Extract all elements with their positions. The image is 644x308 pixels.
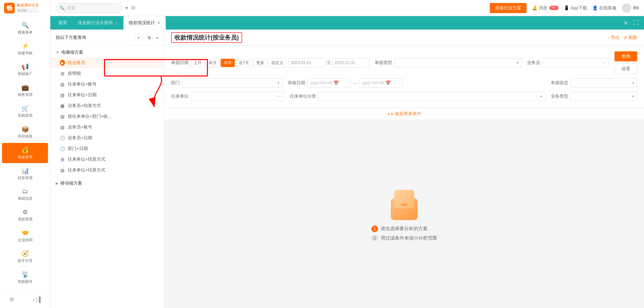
menu-item-label: 按往来单位+部门+收... <box>68 113 111 119</box>
notification-badge: 99+ <box>549 6 558 10</box>
voucher-type-select[interactable]: ▾ <box>394 58 522 67</box>
menu-item-salesman-account[interactable]: ▤ 业务员+账号 <box>50 122 164 133</box>
partner-payment2-icon: ▤ <box>60 167 65 173</box>
sidebar-item-quicknav[interactable]: ⚡ 快捷导航 <box>2 39 48 59</box>
app-download-btn[interactable]: 📱 App下载 <box>564 5 587 11</box>
date-end-input[interactable] <box>332 58 369 67</box>
sidebar-item-inventory[interactable]: 📦 库存核算 <box>2 122 48 142</box>
hint-num-1: 1 <box>371 225 378 232</box>
sidebar-item-basic[interactable]: 🗂 基础信息 <box>2 185 48 204</box>
tab-close-bank-flow[interactable]: ✕ <box>115 20 118 25</box>
sidebar-item-guide[interactable]: 🧭 新手引导 <box>2 247 48 267</box>
settings-btn[interactable]: 设置 <box>614 63 637 74</box>
audit-placeholder-1: yyyy-mm-dd <box>310 81 332 85</box>
tab-close-receipt-stats[interactable]: ✕ <box>157 20 160 25</box>
hint-item-2: 2 用过滤条件来缩小分析范围 <box>371 235 437 242</box>
date-btn-custom[interactable]: 自定义 <box>268 59 286 67</box>
sidebar-item-search[interactable]: 🔍 搜索菜单 <box>2 18 48 38</box>
query-btn[interactable]: 查询 <box>614 51 637 61</box>
date-btn-last7[interactable]: 近7天 <box>236 59 252 67</box>
notification-btn[interactable]: 🔔 消息 99+ <box>532 5 558 11</box>
menu-item-partner-date[interactable]: ▤ 往来单位+日期 <box>50 90 164 100</box>
sidebar-item-purchase[interactable]: 🛒 采购管理 <box>2 101 48 121</box>
date-start-input[interactable] <box>288 58 325 67</box>
dropdown-icon[interactable]: ▾ <box>125 5 128 11</box>
calendar-icon-2: 📅 <box>385 81 391 86</box>
mobile-section-header[interactable]: ▶ 移动端方案 <box>50 178 164 188</box>
date-shortcuts: 上月 本月 本年 近7天 更多 自定义 <box>191 59 286 67</box>
tab-close-all-btn[interactable]: ✕ <box>621 18 631 28</box>
business-type-field: 业务类型 ▾ <box>551 92 637 101</box>
hint-num-2: 2 <box>371 235 378 242</box>
partner-dept-icon: ▤ <box>60 114 65 119</box>
sidebar-item-marketing[interactable]: 📢 营销推广 <box>2 60 48 80</box>
service-icon: 👤 <box>592 5 598 10</box>
settings-icon[interactable]: ⚙ <box>131 5 136 11</box>
collapse-more-btn[interactable]: ∧∧ 收起更多条件 <box>164 108 644 119</box>
dept-label: 部门 <box>171 80 180 86</box>
audit-date-start[interactable]: yyyy-mm-dd 📅 <box>307 78 351 88</box>
tab-home[interactable]: 首页 <box>53 16 72 30</box>
salesman-select[interactable]: ··· <box>542 58 609 67</box>
menu-item-dept-date[interactable]: 🕐 部门+日期 <box>50 143 164 154</box>
sidebar-item-label: 采购管理 <box>18 113 33 118</box>
menu-item-salesman-payment[interactable]: ▦ 业务员+结算方式 <box>50 100 164 111</box>
dept-select[interactable]: ▾ <box>182 78 282 88</box>
sidebar-item-finance[interactable]: 💰 资金管理 <box>2 143 48 163</box>
sidebar-item-wechat[interactable]: 💬 企业微信 <box>2 288 48 291</box>
tab-receipt-stats[interactable]: 收款情况统计 ✕ <box>123 16 166 30</box>
partner-category-select[interactable]: ▾ <box>318 92 545 101</box>
export-btn[interactable]: ↑ 导出 <box>607 35 620 41</box>
right-panel: 收款情况统计(按业务员) ↑ 导出 ↺ 刷新 <box>164 30 644 308</box>
voucher-status-select[interactable]: ▾ <box>570 78 637 88</box>
basic-icon: 🗂 <box>22 188 28 195</box>
marketing-icon: 📢 <box>21 63 29 70</box>
date-btn-this-year[interactable]: 本年 <box>221 59 235 67</box>
sidebar-item-label: 系统管理 <box>18 217 33 222</box>
menu-item-partner-dept-receipt[interactable]: ▤ 按往来单位+部门+收... <box>50 111 164 122</box>
collapse-panel-btn[interactable]: « <box>156 35 159 40</box>
date-btn-last-month[interactable]: 上月 <box>191 59 205 67</box>
partner-category-label: 往来单位分类 <box>290 93 316 99</box>
sidebar-item-sales[interactable]: 💼 销售管理 <box>2 81 48 101</box>
settings-footer-btn[interactable]: ⚙ <box>7 294 16 305</box>
robot-illustration <box>384 183 424 220</box>
menu-item-partner-payment2[interactable]: ▤ 往来单位+结算方式 <box>50 165 164 175</box>
sidebar-nav: 🔍 搜索菜单 ⚡ 快捷导航 📢 营销推广 💼 销售管理 🛒 采购管理 📦 <box>0 16 50 291</box>
username: Rit <box>633 5 639 10</box>
finance-icon: 💰 <box>21 146 29 154</box>
collapse-sidebar-btn[interactable]: ◁▐ <box>31 294 43 305</box>
robot-head <box>394 190 414 208</box>
sidebar-item-enterprise[interactable]: 🤝 企业协同 <box>2 226 48 246</box>
desktop-section-header[interactable]: ▼ 电脑端方案 <box>50 47 164 57</box>
menu-item-salesman-date[interactable]: 🕐 业务员+日期 <box>50 133 164 143</box>
hint-text-1: 请先选择要分析的方案 <box>381 226 428 232</box>
scheme-settings-btn[interactable]: ⚙ <box>145 34 153 42</box>
partner-account-icon: ▤ <box>60 82 65 87</box>
sidebar-item-hardware[interactable]: 📡 智能硬件 <box>2 267 48 288</box>
search-box[interactable]: 🔍 搜索 <box>56 3 123 13</box>
sidebar-item-operations[interactable]: 📊 经营管理 <box>2 164 48 184</box>
menu-item-partner-payment1[interactable]: ⊞ 往来单位+结算方式 <box>50 154 164 165</box>
business-type-select[interactable]: ▾ <box>570 92 637 101</box>
online-service-btn[interactable]: 👤 在线客服 <box>592 5 616 11</box>
search-row-3: 往来单位 ··· 往来单位分类 ▾ <box>171 92 637 101</box>
date-btn-this-month[interactable]: 本月 <box>206 59 220 67</box>
menu-item-by-salesman[interactable]: ▶ 按业务员 <box>50 57 164 68</box>
notification-label: 消息 <box>539 5 547 11</box>
trial-btn[interactable]: 体验行业方案 <box>490 3 527 13</box>
partner-select[interactable]: ··· <box>191 92 284 101</box>
guide-icon: 🧭 <box>21 250 29 257</box>
refresh-btn[interactable]: ↺ 刷新 <box>624 35 637 41</box>
audit-date-end[interactable]: yyyy-mm-dd 📅 <box>359 78 403 88</box>
user-area[interactable]: Rit <box>622 3 639 13</box>
sidebar-item-label: 营销推广 <box>18 71 33 76</box>
tab-bank-flow[interactable]: 现金银行流水查询 ✕ <box>72 16 123 30</box>
add-scheme-btn[interactable]: + <box>135 34 143 42</box>
tab-maximize-btn[interactable]: ⛶ <box>631 18 641 27</box>
menu-item-partner-account[interactable]: ▤ 往来单位+账号 <box>50 79 164 90</box>
date-btn-more[interactable]: 更多 <box>253 59 267 67</box>
sidebar-item-system[interactable]: ⚙ 系统管理 <box>2 205 48 225</box>
menu-item-by-detail[interactable]: ⊞ 按明细 <box>50 68 164 79</box>
voucher-type-field: 单据类型 ▾ <box>375 58 522 67</box>
